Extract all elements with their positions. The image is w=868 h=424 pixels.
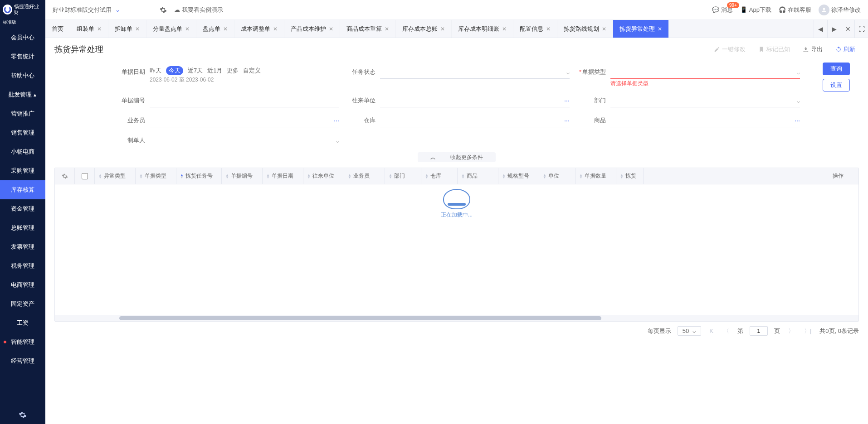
refresh-button[interactable]: 刷新 <box>832 43 859 55</box>
column-header[interactable]: ▲▼仓库 <box>421 168 458 184</box>
column-header[interactable]: ▲▼单据数量 <box>575 168 616 184</box>
date-option[interactable]: 昨天 <box>150 67 161 75</box>
column-header[interactable]: ▲▼单据类型 <box>136 168 176 184</box>
app-download-button[interactable]: 📱 App下载 <box>740 6 771 14</box>
tab-2[interactable]: 拆卸单✕ <box>108 20 146 38</box>
close-icon[interactable]: ✕ <box>135 26 140 32</box>
filter-creator-input[interactable]: ⌵ <box>150 135 339 147</box>
product-selector[interactable]: 好业财标准版交付试用 ⌄ <box>53 6 152 14</box>
pager-first[interactable]: K <box>707 328 715 334</box>
close-icon[interactable]: ✕ <box>546 26 551 32</box>
column-header[interactable]: ▲▼业务员 <box>344 168 385 184</box>
sidebar-item-15[interactable]: 工资 <box>0 313 45 332</box>
sort-icon[interactable]: ▲▼ <box>348 174 351 178</box>
sort-icon[interactable]: ▲▼ <box>579 174 583 178</box>
tabs-fullscreen[interactable]: ⛶ <box>854 20 868 38</box>
sidebar-item-2[interactable]: 帮助中心 <box>0 66 45 85</box>
topbar-settings-button[interactable] <box>160 6 167 14</box>
sort-icon[interactable]: ▲▼ <box>620 174 624 178</box>
close-icon[interactable]: ✕ <box>273 26 278 32</box>
close-icon[interactable]: ✕ <box>97 26 102 32</box>
page-number-input[interactable] <box>750 326 768 336</box>
sidebar-item-10[interactable]: 总账管理 <box>0 218 45 237</box>
pager-last[interactable]: 〉| <box>802 327 813 335</box>
tab-8[interactable]: 库存成本总账✕ <box>396 20 452 38</box>
collapse-filters-button[interactable]: ︽ 收起更多条件 <box>418 152 495 162</box>
sidebar-item-0[interactable]: 会员中心 <box>0 28 45 47</box>
pager-prev[interactable]: 〈 <box>722 327 731 335</box>
date-option[interactable]: 自定义 <box>243 67 261 75</box>
filter-product-input[interactable]: ⋯ <box>610 115 800 127</box>
sidebar-item-4[interactable]: 营销推广 <box>0 104 45 123</box>
sidebar-item-7[interactable]: 采购管理 <box>0 161 45 180</box>
date-option[interactable]: 更多 <box>227 67 239 75</box>
column-header[interactable]: ▲▼异常类型 <box>95 168 136 184</box>
tab-6[interactable]: 产品成本维护✕ <box>284 20 340 38</box>
close-icon[interactable]: ✕ <box>502 26 507 32</box>
sort-icon[interactable]: ▲▼ <box>180 174 184 178</box>
close-icon[interactable]: ✕ <box>602 26 606 32</box>
page-size-select[interactable]: 50⌵ <box>678 326 701 336</box>
sidebar-item-16[interactable]: 智能管理 <box>0 332 45 352</box>
sidebar-item-17[interactable]: 经营管理 <box>0 352 45 371</box>
sidebar-item-6[interactable]: 小畅电商 <box>0 142 45 161</box>
tab-12[interactable]: 拣货异常处理✕ <box>613 20 669 38</box>
filter-salesman-input[interactable]: ⋯ <box>150 115 339 127</box>
tabs-scroll-right[interactable]: ▶ <box>827 20 841 38</box>
sidebar-item-1[interactable]: 零售统计 <box>0 47 45 66</box>
table-select-all[interactable] <box>75 168 95 184</box>
query-button[interactable]: 查询 <box>823 63 850 75</box>
sidebar-item-12[interactable]: 税务管理 <box>0 256 45 275</box>
close-icon[interactable]: ✕ <box>223 26 228 32</box>
scrollbar-thumb[interactable] <box>119 316 601 320</box>
tab-10[interactable]: 配置信息✕ <box>513 20 557 38</box>
column-header[interactable]: ▲▼单据编号 <box>222 168 263 184</box>
date-option[interactable]: 近1月 <box>207 67 222 75</box>
sort-icon[interactable]: ▲▼ <box>225 174 229 178</box>
more-icon[interactable]: ⋯ <box>334 118 339 124</box>
more-icon[interactable]: ⋯ <box>564 98 570 104</box>
column-header[interactable]: ▲▼往来单位 <box>303 168 344 184</box>
sort-icon[interactable]: ▲▼ <box>139 174 143 178</box>
select-all-checkbox[interactable] <box>82 173 88 179</box>
column-header[interactable]: ▲▼拣货任务号 <box>176 168 222 184</box>
close-icon[interactable]: ✕ <box>658 26 662 32</box>
sidebar-item-11[interactable]: 发票管理 <box>0 237 45 256</box>
tab-7[interactable]: 商品成本重算✕ <box>340 20 396 38</box>
sort-icon[interactable]: ▲▼ <box>98 174 102 178</box>
sort-icon[interactable]: ▲▼ <box>461 174 465 178</box>
sidebar-item-13[interactable]: 电商管理 <box>0 275 45 294</box>
sidebar-item-8[interactable]: 库存核算 <box>0 180 45 199</box>
tab-3[interactable]: 分量盘点单✕ <box>146 20 196 38</box>
close-icon[interactable]: ✕ <box>385 26 389 32</box>
sort-icon[interactable]: ▲▼ <box>389 174 392 178</box>
column-header[interactable]: ▲▼部门 <box>385 168 421 184</box>
settings-button[interactable]: 设置 <box>823 79 850 92</box>
tabs-close-all[interactable]: ✕ <box>841 20 854 38</box>
close-icon[interactable]: ✕ <box>185 26 190 32</box>
sort-icon[interactable]: ▲▼ <box>425 174 429 178</box>
filter-doc-no-input[interactable] <box>150 95 339 107</box>
sort-icon[interactable]: ▲▼ <box>543 174 546 178</box>
tab-0[interactable]: 首页 <box>45 20 70 38</box>
sidebar-settings-button[interactable] <box>0 407 45 424</box>
tab-11[interactable]: 拣货路线规划✕ <box>557 20 613 38</box>
filter-dept-input[interactable]: ⌵ <box>610 95 800 107</box>
export-button[interactable]: 导出 <box>799 43 826 55</box>
column-header[interactable]: ▲▼单位 <box>539 168 575 184</box>
filter-task-status-input[interactable]: ⌵ <box>380 66 570 79</box>
sort-icon[interactable]: ▲▼ <box>266 174 270 178</box>
messages-button[interactable]: 💬 消息 99+ <box>712 6 733 14</box>
column-header[interactable]: ▲▼拣货 <box>616 168 644 184</box>
demo-link[interactable]: ☁ 我要看实例演示 <box>174 6 223 14</box>
table-settings-button[interactable] <box>55 168 75 184</box>
column-header[interactable]: ▲▼商品 <box>458 168 498 184</box>
sidebar-item-3[interactable]: 批发管理▲ <box>0 85 45 104</box>
filter-partner-input[interactable]: ⋯ <box>380 95 570 107</box>
close-icon[interactable]: ✕ <box>440 26 445 32</box>
sidebar-item-9[interactable]: 资金管理 <box>0 199 45 218</box>
sidebar-item-5[interactable]: 销售管理 <box>0 123 45 142</box>
tab-5[interactable]: 成本调整单✕ <box>234 20 284 38</box>
sort-icon[interactable]: ▲▼ <box>307 174 311 178</box>
filter-warehouse-input[interactable]: ⋯ <box>380 115 570 127</box>
